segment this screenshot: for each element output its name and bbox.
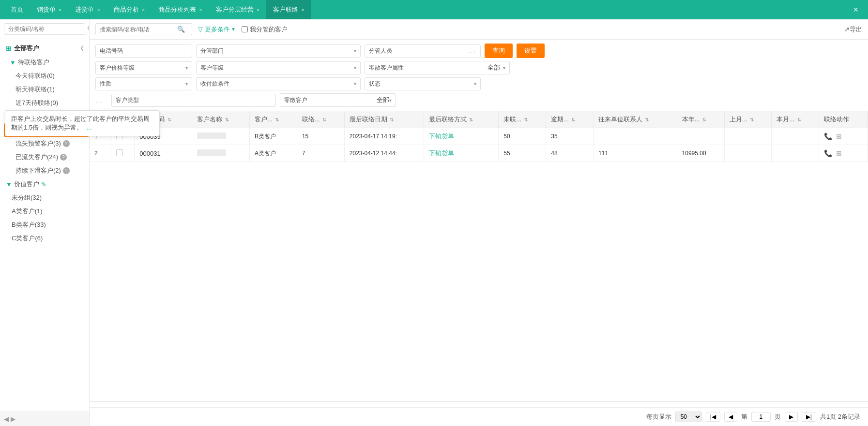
row4-dots[interactable]: ...: [95, 97, 104, 104]
row2-phone-icon[interactable]: 📞: [824, 149, 832, 157]
col-customer-type[interactable]: 客户... ⇅: [249, 111, 297, 128]
col-overdue[interactable]: 逾期... ⇅: [546, 111, 594, 128]
col-last-contact-date[interactable]: 最后联络日期 ⇅: [344, 111, 424, 128]
export-btn[interactable]: ↗ 导出: [844, 25, 862, 34]
sidebar-item-b-class[interactable]: B类客户(33): [0, 218, 89, 232]
per-page-select[interactable]: 50 100 200: [675, 411, 702, 422]
payment-field[interactable]: 收付款条件 ▾: [196, 77, 361, 90]
next-page-btn[interactable]: ▶: [785, 412, 798, 422]
nav-sales-close[interactable]: ×: [59, 7, 61, 13]
sidebar-item-7days[interactable]: 近7天待联络(0): [4, 96, 89, 110]
sub-person-field[interactable]: 分管人员 ...: [365, 44, 481, 58]
sub-dept-field[interactable]: 分管部门 ▾: [196, 44, 361, 58]
nav-item-analysis-list[interactable]: 商品分析列表 ×: [152, 0, 209, 19]
customer-type-field[interactable]: 客户类型: [111, 94, 276, 107]
sidebar-item-tomorrow[interactable]: 明天待联络(1): [4, 83, 89, 96]
col-name[interactable]: 客户名称 ⇅: [192, 111, 250, 128]
row1-company-contact: [594, 128, 677, 145]
row2-last-contact-method[interactable]: 下销货单: [424, 145, 499, 162]
sidebar-item-already-lost[interactable]: 已流失客户(24) ?: [4, 150, 89, 164]
nav-purchase-label: 进货单: [75, 5, 94, 14]
row2-method-link[interactable]: 下销货单: [429, 149, 454, 157]
sidebar-item-a-class[interactable]: A类客户(1): [0, 205, 89, 218]
col-last-contact-method-sort-icon: ⇅: [469, 117, 473, 122]
prev-page-btn[interactable]: ◀: [724, 412, 737, 422]
row1-action-icons: 📞 ⊞: [824, 132, 863, 140]
nav-item-sales[interactable]: 销货单 ×: [30, 0, 68, 19]
sidebar-bottom-nav-left[interactable]: ◀: [4, 415, 9, 423]
row2-last-month: [724, 145, 772, 162]
lost-help-icon: ?: [63, 140, 70, 147]
nav-analysis-list-close[interactable]: ×: [199, 7, 202, 13]
nav-customer-contact-label: 客户联络: [273, 5, 298, 14]
sidebar-item-c-class[interactable]: C类客户(6): [0, 232, 89, 245]
edit-icon[interactable]: ✎: [41, 181, 46, 188]
row1-last-month: [724, 128, 772, 145]
col-this-month[interactable]: 本月... ⇅: [772, 111, 819, 128]
page-input[interactable]: [751, 412, 771, 422]
row2-checkbox[interactable]: [111, 145, 135, 162]
settings-button[interactable]: 设置: [517, 44, 545, 58]
horizontal-scrollbar[interactable]: [90, 401, 868, 407]
sub-person-dots[interactable]: ...: [468, 47, 476, 55]
top-nav: 首页 销货单 × 进货单 × 商品分析 × 商品分析列表 × 客户分层经营 × …: [0, 0, 868, 19]
customer-grade-field[interactable]: 客户价格等级 ▾: [95, 61, 192, 74]
scatter-customer-field[interactable]: 零散客户 全部 ▾: [280, 93, 396, 107]
my-customer-checkbox[interactable]: 我分管的客户: [242, 25, 288, 34]
status-field[interactable]: 状态 ▾: [365, 77, 481, 90]
sidebar-item-declining[interactable]: 持续下滑客户(2) ?: [4, 164, 89, 177]
col-name-label: 客户名称: [197, 116, 222, 123]
row1-last-contact-method[interactable]: 下销货单: [424, 128, 499, 145]
customer-level-label: 客户等级: [200, 64, 354, 72]
nav-item-analysis[interactable]: 商品分析 ×: [107, 0, 152, 19]
gender-field[interactable]: 性质 ▾: [95, 77, 192, 90]
col-actions-label: 联络动作: [824, 116, 849, 123]
row1-edit-icon[interactable]: ⊞: [836, 132, 842, 140]
pending-contact-label: 待联络客户: [18, 58, 49, 67]
main-search-input[interactable]: [100, 26, 177, 33]
sidebar-item-lost-warning[interactable]: 流失预警客户(3) ?: [4, 137, 89, 150]
row2-check[interactable]: [116, 149, 123, 156]
sidebar-item-today[interactable]: 今天待联络(0): [4, 69, 89, 83]
more-conditions-btn[interactable]: ▽ 更多条件 ▼: [198, 25, 236, 34]
nav-right: ×: [847, 5, 864, 15]
sidebar-bottom-nav-right[interactable]: ▶: [11, 415, 15, 423]
col-year-amount-sort-icon: ⇅: [702, 117, 706, 122]
nav-item-customer-mgmt[interactable]: 客户分层经营 ×: [209, 0, 266, 19]
nav-item-home[interactable]: 首页: [4, 0, 30, 19]
row2-edit-icon[interactable]: ⊞: [836, 149, 842, 157]
first-page-btn[interactable]: |◀: [706, 412, 720, 422]
nav-item-purchase[interactable]: 进货单 ×: [68, 0, 107, 19]
row1-phone-icon[interactable]: 📞: [824, 132, 832, 140]
sidebar-item-ungroup[interactable]: 未分组(32): [0, 191, 89, 205]
last-page-btn[interactable]: ▶|: [802, 412, 816, 422]
col-year-amount[interactable]: 本年... ⇅: [677, 111, 724, 128]
nav-item-customer-contact[interactable]: 客户联络 ×: [266, 0, 311, 19]
sidebar-all-customers[interactable]: ⊞ 全部客户 《: [0, 41, 89, 56]
nav-analysis-label: 商品分析: [114, 5, 139, 14]
my-customer-check[interactable]: [242, 26, 248, 32]
pending-contact-title[interactable]: ▼ 待联络客户: [4, 56, 89, 69]
value-customer-section[interactable]: ▼ 价值客户 ✎: [0, 177, 89, 191]
phone-field[interactable]: 电话号码: [95, 44, 192, 58]
col-last-contact-method[interactable]: 最后联络方式 ⇅: [424, 111, 499, 128]
window-close-icon[interactable]: ×: [847, 5, 864, 15]
nav-customer-contact-close[interactable]: ×: [301, 7, 304, 13]
customer-grade-arrow-icon: ▾: [185, 65, 188, 71]
nav-customer-mgmt-close[interactable]: ×: [257, 7, 259, 13]
sidebar-collapse-btn[interactable]: 《: [78, 45, 83, 52]
main-search-icon[interactable]: 🔍: [177, 26, 185, 33]
nav-purchase-close[interactable]: ×: [97, 7, 100, 13]
sub-person-label: 分管人员: [369, 47, 468, 55]
row1-method-link[interactable]: 下销货单: [429, 132, 454, 140]
customer-level-field[interactable]: 客户等级 ▾: [196, 61, 361, 74]
col-company-contact[interactable]: 往来单位联系人 ⇅: [594, 111, 677, 128]
sidebar-search-input[interactable]: [4, 23, 85, 35]
col-not-contacted[interactable]: 未联... ⇅: [499, 111, 546, 128]
col-last-month[interactable]: 上月... ⇅: [724, 111, 772, 128]
query-button[interactable]: 查询: [485, 44, 513, 58]
status-arrow-icon: ▾: [474, 81, 476, 87]
scatter-attr-field[interactable]: 零散客户属性 全部 ▾: [365, 61, 510, 74]
nav-analysis-close[interactable]: ×: [142, 7, 145, 13]
col-contact-count[interactable]: 联络... ⇅: [297, 111, 344, 128]
